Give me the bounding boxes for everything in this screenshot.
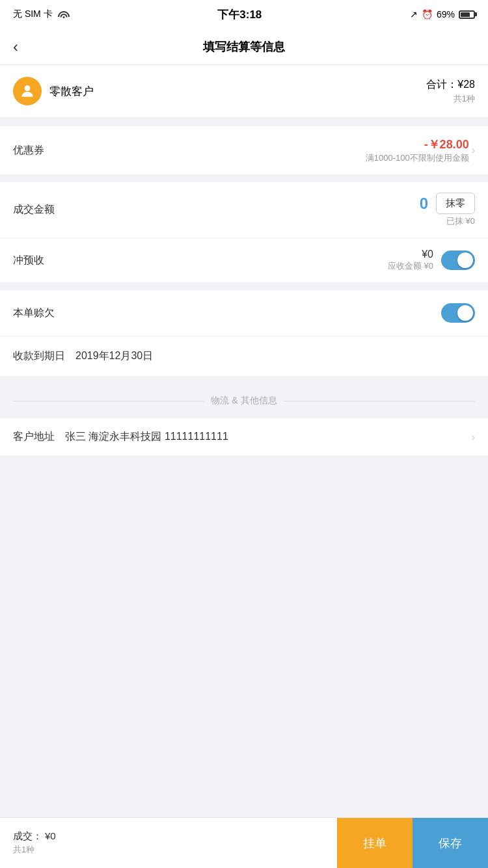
divider-2	[0, 174, 488, 182]
address-row[interactable]: 客户地址 张三 海淀永丰科技园 11111111111 ›	[0, 418, 488, 455]
status-left: 无 SIM 卡	[13, 8, 70, 20]
coupon-chevron-icon: ›	[472, 144, 475, 156]
bottom-deal-row: 成交： ¥0	[13, 830, 324, 843]
svg-point-0	[25, 85, 31, 91]
toggle-knob	[457, 252, 473, 268]
location-icon: ↗	[410, 9, 418, 20]
divider-1	[0, 118, 488, 126]
coupon-row[interactable]: 优惠券 -￥28.00 满1000-100不限制使用金额 ›	[0, 126, 488, 174]
logistics-section: 物流 & 其他信息	[0, 384, 488, 417]
back-button[interactable]: ‹	[13, 38, 18, 56]
battery-icon	[459, 10, 475, 19]
debt-toggle-knob	[457, 305, 473, 321]
prepay-sub: 应收金额 ¥0	[388, 260, 433, 272]
carrier-text: 无 SIM 卡	[13, 8, 53, 20]
due-date-row: 收款到期日 2019年12月30日	[0, 336, 488, 376]
address-value: 张三 海淀永丰科技园 11111111111	[65, 430, 461, 444]
alarm-icon: ⏰	[422, 9, 433, 20]
status-right: ↗ ⏰ 69%	[410, 9, 475, 20]
coupon-section: 优惠券 -￥28.00 满1000-100不限制使用金额 ›	[0, 126, 488, 174]
customer-total: 合计：¥28	[426, 78, 475, 92]
coupon-text-area: -￥28.00 满1000-100不限制使用金额	[366, 137, 469, 164]
nav-bar: ‹ 填写结算等信息	[0, 29, 488, 65]
prepay-label: 冲预收	[13, 254, 44, 267]
debt-label: 本单赊欠	[13, 306, 55, 320]
transaction-row: 成交金额 0 抹零 已抹 ¥0	[0, 182, 488, 238]
bottom-deal-label: 成交：	[13, 830, 42, 843]
coupon-desc: 满1000-100不限制使用金额	[366, 152, 469, 164]
bottom-count: 共1种	[13, 844, 324, 856]
debt-row: 本单赊欠	[0, 290, 488, 336]
divider-3	[0, 282, 488, 290]
customer-name: 零散客户	[49, 84, 94, 99]
prepay-amount-area: ¥0 应收金额 ¥0	[388, 249, 433, 272]
coupon-label: 优惠券	[13, 144, 44, 157]
prepay-row: 冲预收 ¥0 应收金额 ¥0	[0, 238, 488, 282]
transaction-label: 成交金额	[13, 203, 55, 217]
customer-right: 合计：¥28 共1种	[426, 78, 475, 105]
transaction-value[interactable]: 0	[402, 195, 428, 213]
round-button[interactable]: 抹零	[436, 193, 475, 214]
hang-button[interactable]: 挂单	[337, 818, 413, 868]
customer-count: 共1种	[426, 93, 475, 105]
coupon-amount: -￥28.00	[366, 137, 469, 152]
transaction-sub: 已抹 ¥0	[446, 215, 475, 227]
bottom-deal-amount: ¥0	[45, 830, 56, 841]
customer-avatar	[13, 77, 42, 105]
content-area: 零散客户 合计：¥28 共1种 优惠券 -￥28.00 满1000-100不限制…	[0, 65, 488, 514]
prepay-right: ¥0 应收金额 ¥0	[388, 249, 475, 272]
prepay-amount: ¥0	[388, 249, 433, 260]
prepay-toggle[interactable]	[441, 251, 475, 270]
address-label: 客户地址	[13, 430, 55, 444]
nav-title: 填写结算等信息	[203, 39, 285, 55]
transaction-section: 成交金额 0 抹零 已抹 ¥0 冲预收 ¥0 应收金额 ¥0	[0, 182, 488, 282]
due-date-label: 收款到期日	[13, 349, 65, 363]
coupon-right: -￥28.00 满1000-100不限制使用金额 ›	[366, 137, 475, 164]
amount-input-area: 0 抹零	[402, 193, 475, 214]
bottom-actions: 挂单 保存	[337, 818, 488, 868]
debt-section: 本单赊欠 收款到期日 2019年12月30日	[0, 290, 488, 376]
debt-toggle[interactable]	[441, 303, 475, 323]
customer-row: 零散客户 合计：¥28 共1种	[0, 65, 488, 117]
bottom-bar: 成交： ¥0 共1种 挂单 保存	[0, 817, 488, 868]
status-bar: 无 SIM 卡 下午3:18 ↗ ⏰ 69%	[0, 0, 488, 29]
customer-left: 零散客户	[13, 77, 94, 105]
logistics-header-text: 物流 & 其他信息	[204, 395, 283, 407]
wifi-icon	[58, 9, 70, 20]
logistics-header: 物流 & 其他信息	[0, 384, 488, 417]
battery-percent: 69%	[437, 9, 455, 20]
address-section: 客户地址 张三 海淀永丰科技园 11111111111 ›	[0, 418, 488, 455]
address-chevron-icon: ›	[472, 431, 475, 443]
save-button[interactable]: 保存	[413, 818, 488, 868]
status-time: 下午3:18	[217, 7, 262, 22]
bottom-info: 成交： ¥0 共1种	[0, 830, 337, 856]
due-date-value[interactable]: 2019年12月30日	[75, 349, 153, 363]
